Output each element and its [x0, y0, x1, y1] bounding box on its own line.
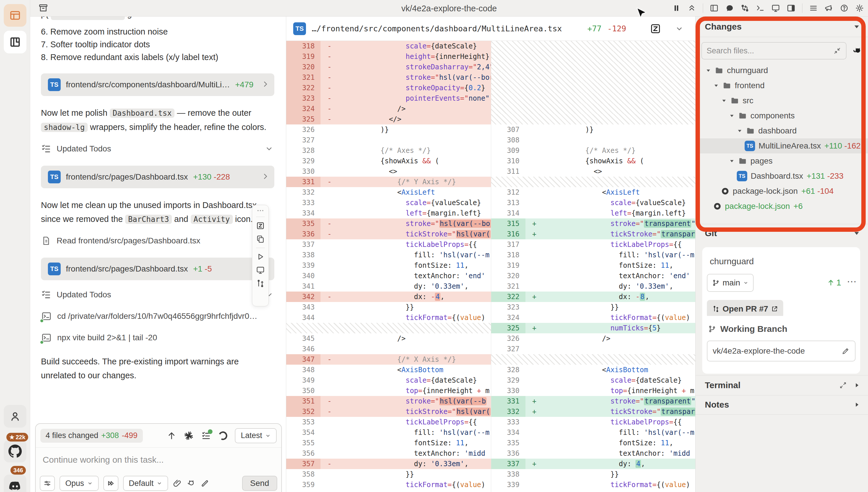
diff-row[interactable]: 322+dx: -8, [491, 292, 696, 302]
diff-row[interactable]: 349scale={dateScale} [286, 375, 491, 386]
triangle-down-icon[interactable] [729, 158, 735, 164]
diff-row[interactable]: 315+stroke="transparent" [491, 218, 696, 229]
terminal-section-header[interactable]: Terminal [696, 376, 868, 395]
diff-row[interactable]: 327 [286, 135, 491, 145]
search-files-input[interactable]: Search files... [701, 42, 846, 59]
chevrons-up-icon[interactable] [687, 4, 696, 13]
diff-row[interactable]: 319fontSize: 11, [491, 260, 696, 271]
notes-section-header[interactable]: Notes [696, 396, 868, 414]
diff-row[interactable]: 333tickLabelProps={{ [491, 417, 696, 427]
diff-row[interactable]: 357-dy: '0.33em', [286, 459, 491, 469]
chat-transcript[interactable]: p{ g6. Remove zoom instruction noise7. S… [41, 17, 274, 492]
rail-discord-button[interactable] [4, 474, 26, 492]
monitor-icon[interactable] [771, 4, 780, 13]
tree-item-churnguard[interactable]: churnguard [696, 63, 868, 78]
diff-row[interactable] [491, 177, 696, 187]
diff-row[interactable]: 318fill: 'hsl(var(--m [491, 250, 696, 260]
diff-row[interactable]: 321-stroke="hsl(var(--bor [286, 72, 491, 83]
files-changed-pill[interactable]: 4 files changed +308 -499 [40, 429, 143, 443]
diff-row[interactable]: 329{showAxis && ( [286, 156, 491, 166]
expand-icon[interactable] [839, 381, 847, 389]
pen-icon[interactable] [201, 479, 210, 488]
gear-icon[interactable] [855, 4, 864, 13]
diff-row[interactable]: 348<AxisBottom [286, 365, 491, 375]
diff-row[interactable]: 322-strokeOpacity={0.2} [286, 83, 491, 93]
diff-row[interactable]: 334fill: 'hsl(var(--m [491, 427, 696, 438]
diff-row[interactable]: 341dy: '0.33em', [286, 281, 491, 292]
open-pr-button[interactable]: Open PR #7 [707, 300, 783, 318]
diff-row[interactable]: 335fontSize: 11, [491, 438, 696, 448]
diff-row[interactable]: 311<> [491, 166, 696, 177]
monitor-icon[interactable] [256, 266, 265, 275]
menu-icon[interactable] [809, 4, 818, 13]
version-dropdown[interactable]: Latest [235, 428, 277, 443]
changes-section-header[interactable]: Changes [696, 17, 868, 37]
diff-row[interactable]: 310{showAxis && ( [491, 156, 696, 166]
diff-row[interactable]: 313scale={valueScale} [491, 198, 696, 208]
diff-row[interactable]: 328{/* Axes */} [286, 145, 491, 156]
diff-row[interactable]: 330<> [286, 166, 491, 177]
collapse-icon[interactable] [833, 47, 841, 55]
megaphone-icon[interactable] [824, 4, 833, 13]
tree-item-dashboard-tsx[interactable]: TSDashboard.tsx+131 -233 [696, 169, 868, 183]
diff-row[interactable]: 351-stroke="hsl(var(--b [286, 396, 491, 407]
chevron-right-icon[interactable] [262, 80, 269, 88]
git-compare-icon[interactable] [741, 4, 749, 13]
diff-row[interactable]: 317tickLabelProps={{ [491, 239, 696, 250]
zed-icon[interactable] [650, 23, 662, 35]
file-change-card[interactable]: TSfrontend/src/pages/Dashboard.tsx+1 -5 [41, 257, 274, 280]
diff-row[interactable]: 328<AxisBottom [491, 365, 696, 375]
diff-row[interactable]: 335-stroke="hsl(var(--bor [286, 218, 491, 229]
diff-row[interactable] [491, 51, 696, 62]
terminal-icon[interactable] [756, 4, 765, 13]
diff-row[interactable]: 347-{/* X Axis */} [286, 354, 491, 365]
terminal-command-row[interactable]: npx vite build 2>&1 | tail -20 [41, 331, 274, 345]
diff-row[interactable]: 325-</> [286, 114, 491, 124]
copy-icon[interactable] [256, 235, 265, 244]
chevron-down-icon[interactable] [675, 24, 684, 33]
pencil-icon[interactable] [842, 347, 850, 355]
cat-icon[interactable] [852, 45, 864, 57]
diff-row[interactable]: 320textAnchor: 'end' [491, 271, 696, 281]
triangle-down-icon[interactable] [713, 83, 719, 89]
triangle-down-icon[interactable] [721, 98, 727, 103]
tree-item-multilinearea-tsx[interactable]: TSMultiLineArea.tsx+110 -162 [696, 139, 868, 153]
diff-row[interactable]: 327 [491, 344, 696, 354]
tool-call-row[interactable]: Read frontend/src/pages/Dashboard.tsx [41, 234, 274, 248]
diff-row[interactable]: 346 [286, 344, 491, 354]
triangle-down-icon[interactable] [705, 68, 711, 73]
send-button[interactable]: Send [242, 476, 277, 491]
diff-row[interactable]: 354fill: 'hsl(var(--m [286, 427, 491, 438]
chevron-right-icon[interactable] [262, 173, 269, 180]
diff-row[interactable]: 339fontSize: 11, [286, 260, 491, 271]
more-menu[interactable]: ⋯ [847, 276, 857, 287]
settings-sliders-button[interactable] [40, 476, 55, 491]
file-change-card[interactable]: TSfrontend/src/pages/Dashboard.tsx+130 -… [41, 166, 274, 188]
diff-row[interactable]: 316+tickStroke="transpar [491, 229, 696, 239]
diff-row[interactable]: 318-scale={dateScale} [286, 41, 491, 51]
terminal-command-row[interactable]: cd /private/var/folders/10/h7w0q46556ggr… [41, 309, 274, 323]
triangle-down-icon[interactable] [737, 128, 743, 134]
diff-row[interactable]: 336-tickStroke="hsl(var( [286, 229, 491, 239]
diff-row[interactable] [491, 103, 696, 114]
diff-row[interactable]: 331-{/* Y Axis */} [286, 177, 491, 187]
diff-row[interactable]: 333scale={valueScale} [286, 198, 491, 208]
diff-row[interactable]: 337+dy: 4, [491, 459, 696, 469]
updated-todos-row[interactable]: Updated Todos [41, 142, 274, 156]
branch-dropdown[interactable]: main [707, 274, 754, 292]
diff-row[interactable]: 337tickLabelProps={{ [286, 239, 491, 250]
mode-dropdown[interactable]: Default [123, 476, 168, 491]
diff-row[interactable]: 314left={margin.left} [491, 208, 696, 218]
git-section-header[interactable]: Git [696, 224, 868, 242]
chat-bubble-icon[interactable] [725, 4, 734, 13]
help-icon[interactable] [840, 4, 848, 13]
diff-row[interactable] [491, 41, 696, 51]
panel-right-icon[interactable] [787, 4, 795, 13]
diff-row[interactable] [491, 354, 696, 365]
rail-account-button[interactable] [4, 405, 26, 427]
diff-row[interactable]: 325+numTicks={5} [491, 323, 696, 333]
burst-icon[interactable] [184, 431, 194, 441]
diff-row[interactable]: 320-strokeDasharray="2,4" [286, 62, 491, 72]
diff-row[interactable] [286, 323, 491, 333]
diff-row[interactable]: 321dy: '0.33em', [491, 281, 696, 292]
